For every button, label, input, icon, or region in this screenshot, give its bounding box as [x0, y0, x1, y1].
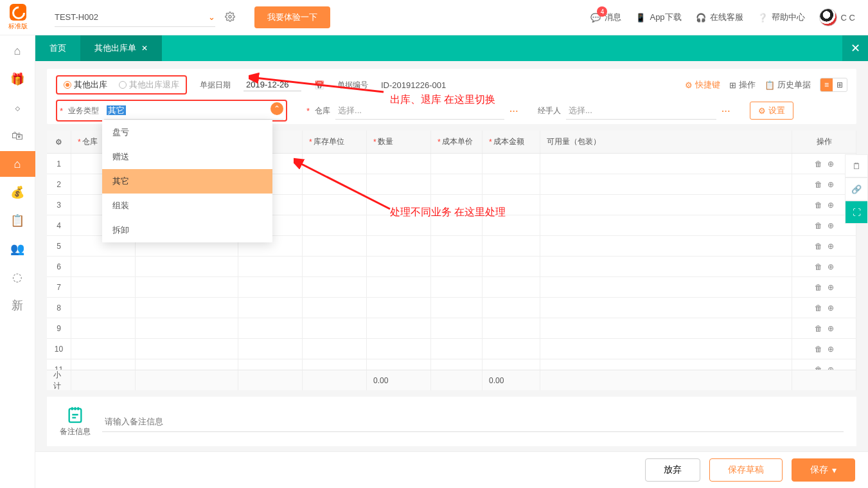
nav-shop-icon[interactable]: ⬦: [11, 101, 24, 114]
tab-home[interactable]: 首页: [35, 35, 80, 61]
add-row-icon[interactable]: ⊕: [828, 242, 834, 251]
table-row[interactable]: 10🗑⊕: [47, 339, 856, 359]
add-row-icon[interactable]: ⊕: [828, 262, 834, 271]
handler-select[interactable]: 选择...: [566, 102, 716, 120]
link-icon[interactable]: 🔗: [845, 177, 868, 201]
nav-warehouse-icon[interactable]: ⌂: [0, 151, 35, 177]
gear-icon[interactable]: [225, 12, 235, 24]
nav-cycle-icon[interactable]: ◌: [11, 271, 24, 284]
table-row[interactable]: 6🗑⊕: [47, 257, 856, 277]
subtotal-qty: 0.00: [367, 370, 431, 390]
save-button[interactable]: 保存 ▾: [792, 458, 855, 482]
biz-value: 其它: [107, 105, 126, 115]
service-button[interactable]: 🎧 在线客服: [696, 12, 743, 23]
help-button[interactable]: ❔ 帮助中心: [757, 12, 805, 23]
table-row[interactable]: 8🗑⊕: [47, 298, 856, 318]
nav-bag-icon[interactable]: 🛍: [11, 129, 24, 142]
add-row-icon[interactable]: ⊕: [828, 201, 834, 210]
delete-row-icon[interactable]: 🗑: [815, 303, 822, 312]
view-grid-icon[interactable]: ⊞: [833, 78, 847, 91]
view-list-icon[interactable]: ≡: [820, 78, 833, 91]
nav-gift-icon[interactable]: 🎁: [11, 73, 24, 86]
add-row-icon[interactable]: ⊕: [828, 221, 834, 230]
dd-item-4[interactable]: 拆卸: [102, 218, 272, 242]
settings-button[interactable]: ⚙ 设置: [750, 102, 793, 120]
delete-row-icon[interactable]: 🗑: [815, 283, 822, 292]
warehouse-select[interactable]: 选择...: [335, 102, 504, 120]
cta-button[interactable]: 我要体验一下: [254, 6, 330, 28]
chevron-up-icon[interactable]: ⌃: [270, 102, 283, 115]
row-index: 10: [47, 339, 71, 359]
tabs: 首页 其他出库单 ✕ ✕: [35, 35, 868, 61]
add-row-icon[interactable]: ⊕: [828, 365, 834, 370]
org-selector[interactable]: TEST-H002 ⌄: [55, 8, 215, 27]
close-icon[interactable]: ✕: [141, 44, 148, 53]
nav-clipboard-icon[interactable]: 📋: [11, 214, 24, 227]
app-download-button[interactable]: 📱 App下载: [635, 12, 681, 23]
subtotal-amt: 0.00: [483, 370, 540, 390]
delete-row-icon[interactable]: 🗑: [815, 345, 822, 354]
dd-item-3[interactable]: 组装: [102, 194, 272, 218]
radio-out[interactable]: 其他出库: [64, 79, 107, 91]
dd-item-1[interactable]: 赠送: [102, 145, 272, 169]
delete-row-icon[interactable]: 🗑: [815, 221, 822, 230]
nav-new-icon[interactable]: 新: [11, 299, 24, 312]
note-icon[interactable]: 🗒: [845, 154, 868, 177]
table-row[interactable]: 7🗑⊕: [47, 277, 856, 298]
brand-logo-icon: [10, 4, 26, 21]
more-icon[interactable]: ···: [509, 106, 518, 116]
add-row-icon[interactable]: ⊕: [828, 303, 834, 312]
right-rail: 🗒 🔗 ⛶: [845, 154, 868, 224]
th-gear[interactable]: ⚙: [47, 131, 71, 153]
table-row[interactable]: 11🗑⊕: [47, 359, 856, 370]
tabs-close-all[interactable]: ✕: [842, 35, 868, 61]
more-icon-2[interactable]: ···: [722, 106, 731, 116]
delete-row-icon[interactable]: 🗑: [815, 262, 822, 271]
tab-active[interactable]: 其他出库单 ✕: [80, 35, 162, 61]
add-row-icon[interactable]: ⊕: [828, 345, 834, 354]
delete-row-icon[interactable]: 🗑: [815, 365, 822, 370]
nav-contacts-icon[interactable]: 👥: [11, 242, 24, 255]
table-row[interactable]: 9🗑⊕: [47, 318, 856, 339]
nav-home-icon[interactable]: ⌂: [11, 44, 24, 57]
delete-row-icon[interactable]: 🗑: [815, 201, 822, 210]
calendar-icon[interactable]: 📅: [314, 80, 324, 90]
row-index: 8: [47, 298, 71, 318]
nav-money-icon[interactable]: 💰: [11, 186, 24, 199]
discard-button[interactable]: 放弃: [645, 458, 700, 482]
view-mode-toggle: ≡ ⊞: [820, 78, 847, 92]
add-row-icon[interactable]: ⊕: [828, 324, 834, 333]
shortcut-button[interactable]: ⚙ 快捷键: [685, 79, 720, 91]
doc-label: 单据编号: [337, 80, 368, 91]
remarks-icon-block: 备注信息: [60, 406, 91, 437]
history-button[interactable]: 📋 历史单据: [765, 79, 811, 91]
date-value[interactable]: 2019-12-26: [244, 78, 301, 91]
row-index: 7: [47, 277, 71, 297]
delete-row-icon[interactable]: 🗑: [815, 242, 822, 251]
delete-row-icon[interactable]: 🗑: [815, 159, 822, 168]
dd-item-0[interactable]: 盘亏: [102, 120, 272, 145]
delete-row-icon[interactable]: 🗑: [815, 324, 822, 333]
add-row-icon[interactable]: ⊕: [828, 159, 834, 168]
add-row-icon[interactable]: ⊕: [828, 180, 834, 189]
biz-type-highlight: *业务类型 其它 ⌃ 盘亏 赠送 其它 组装 拆卸: [56, 100, 287, 122]
row-index: 9: [47, 318, 71, 338]
remarks: 备注信息: [47, 397, 856, 446]
delete-row-icon[interactable]: 🗑: [815, 180, 822, 189]
ops-button[interactable]: ⊞ 操作: [729, 79, 756, 91]
brand-label: 标准版: [8, 22, 28, 31]
row-index: 1: [47, 154, 71, 174]
messages-button[interactable]: 💬 消息 4: [590, 12, 621, 23]
dd-item-2[interactable]: 其它: [102, 169, 272, 194]
save-draft-button[interactable]: 保存草稿: [709, 458, 783, 482]
biz-label: 业务类型: [68, 105, 99, 116]
user-menu[interactable]: C C: [819, 8, 855, 26]
expand-icon[interactable]: ⛶: [845, 201, 868, 224]
top-right: 💬 消息 4 📱 App下载 🎧 在线客服 ❔ 帮助中心 C C: [590, 8, 855, 26]
remarks-input[interactable]: [102, 411, 844, 432]
phone-icon: 📱: [635, 13, 646, 23]
radio-return[interactable]: 其他出库退库: [119, 79, 179, 91]
chevron-down-icon: ▾: [832, 465, 837, 475]
add-row-icon[interactable]: ⊕: [828, 283, 834, 292]
biz-type-select[interactable]: 其它: [104, 102, 283, 120]
